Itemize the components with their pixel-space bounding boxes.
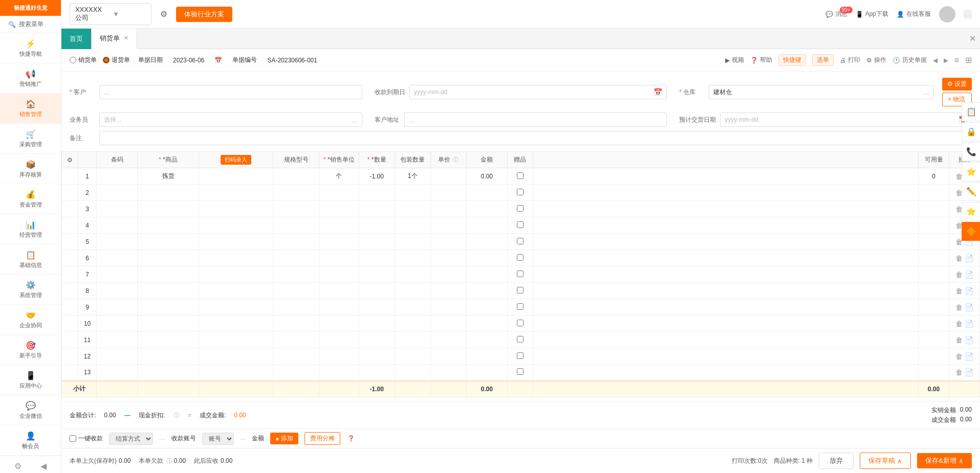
row-copy-icon-9[interactable]: 📄 [965, 320, 973, 328]
sidebar-item-inventory[interactable]: 📦库存核算 [0, 154, 61, 184]
row-pkgqty-1[interactable] [395, 185, 430, 201]
print-btn[interactable]: 🖨 打印 [840, 56, 860, 64]
row-price-11[interactable] [430, 348, 466, 365]
row-delete-icon-6[interactable]: 🗑 [955, 271, 963, 279]
row-spec-6[interactable] [273, 266, 319, 283]
radio-return-input[interactable] [103, 57, 110, 63]
warehouse-input[interactable]: 建材仓 ... [709, 85, 933, 99]
gift-checkbox-8[interactable] [517, 303, 524, 310]
sidebar-item-apps[interactable]: 📱应用中心 [0, 365, 61, 395]
user-avatar[interactable] [939, 6, 955, 22]
row-gift-9[interactable] [507, 316, 533, 332]
row-gift-8[interactable] [507, 299, 533, 316]
row-gift-3[interactable] [507, 217, 533, 234]
row-unit-3[interactable] [319, 217, 359, 234]
row-price-10[interactable] [430, 332, 466, 348]
row-qty-6[interactable] [359, 266, 395, 283]
row-unit-10[interactable] [319, 332, 359, 348]
discount-info-icon[interactable]: ⓘ [174, 412, 180, 419]
topbar-settings-icon[interactable]: ⚙ [156, 6, 172, 22]
tab-home[interactable]: 首页 [61, 29, 92, 49]
row-product-11[interactable] [138, 348, 199, 365]
expense-info-icon[interactable]: ❓ [347, 435, 355, 442]
row-barcode-2[interactable] [97, 201, 138, 217]
row-gift-7[interactable] [507, 283, 533, 299]
sidebar-item-sales[interactable]: 🏠销售管理 [0, 94, 61, 124]
customer-input[interactable]: ... [99, 85, 362, 99]
save-new-button[interactable]: 保存&新增 ∧ [917, 453, 972, 468]
gift-checkbox-11[interactable] [517, 352, 524, 359]
row-product-10[interactable] [138, 332, 199, 348]
row-qty-3[interactable] [359, 217, 395, 234]
row-pkgqty-7[interactable] [395, 283, 430, 299]
row-unit-12[interactable] [319, 365, 359, 381]
row-price-1[interactable] [430, 185, 466, 201]
row-delete-icon-10[interactable]: 🗑 [955, 336, 963, 344]
row-delete-icon-11[interactable]: 🗑 [955, 352, 963, 361]
row-pkgqty-9[interactable] [395, 316, 430, 332]
sidebar-item-capital[interactable]: 💰资金管理 [0, 184, 61, 214]
row-gift-5[interactable] [507, 250, 533, 266]
settings-button[interactable]: ⚙ 设置 [942, 78, 972, 91]
row-product-6[interactable] [138, 266, 199, 283]
app-download-button[interactable]: 📱 App下载 [856, 10, 888, 18]
row-unit-8[interactable] [319, 299, 359, 316]
row-barcode-4[interactable] [97, 234, 138, 250]
row-product-5[interactable] [138, 250, 199, 266]
scan-button[interactable]: 扫码录入 [221, 155, 251, 165]
row-gift-6[interactable] [507, 266, 533, 283]
row-copy-icon-10[interactable]: 📄 [965, 336, 973, 344]
row-product-1[interactable] [138, 185, 199, 201]
add-payment-button[interactable]: ● 添加 [270, 433, 298, 444]
sidebar-search[interactable]: 🔍 搜索菜单 [0, 16, 61, 33]
row-barcode-1[interactable] [97, 185, 138, 201]
row-pkgqty-12[interactable] [395, 365, 430, 381]
row-gift-4[interactable] [507, 234, 533, 250]
payment-account-select[interactable]: 账号 [202, 433, 234, 445]
rf-btn-1[interactable]: 📋 [962, 102, 980, 121]
row-unit-6[interactable] [319, 266, 359, 283]
tab-close-all-icon[interactable]: ✕ [969, 34, 980, 43]
gift-checkbox-4[interactable] [517, 238, 524, 244]
gift-checkbox-3[interactable] [517, 221, 524, 228]
rf-btn-4[interactable]: ⭐ [962, 162, 980, 181]
row-barcode-10[interactable] [97, 332, 138, 348]
th-scan[interactable]: 扫码录入 [199, 152, 273, 168]
row-gift-10[interactable] [507, 332, 533, 348]
rf-btn-7[interactable]: 🔶 [962, 222, 980, 241]
gift-checkbox-2[interactable] [517, 205, 524, 212]
row-unit-4[interactable] [319, 234, 359, 250]
customer-addr-input[interactable]: ... [404, 112, 667, 127]
row-copy-icon-6[interactable]: 📄 [965, 271, 973, 279]
row-delete-icon-9[interactable]: 🗑 [955, 320, 963, 328]
row-spec-2[interactable] [273, 201, 319, 217]
expected-delivery-input[interactable]: yyyy-mm-dd 📅 [720, 112, 972, 127]
row-product-12[interactable] [138, 365, 199, 381]
row-product-2[interactable] [138, 201, 199, 217]
row-unit-1[interactable] [319, 185, 359, 201]
row-gift-12[interactable] [507, 365, 533, 381]
row-qty-0[interactable]: -1.00 [359, 168, 395, 185]
sidebar-item-marketing[interactable]: 📢营销推广 [0, 63, 61, 94]
row-barcode-5[interactable] [97, 250, 138, 266]
row-barcode-6[interactable] [97, 266, 138, 283]
row-barcode-7[interactable] [97, 283, 138, 299]
row-gift-11[interactable] [507, 348, 533, 365]
operate-btn[interactable]: ⚙ 操作 [866, 56, 886, 64]
row-barcode-0[interactable] [97, 168, 138, 185]
row-unit-9[interactable] [319, 316, 359, 332]
row-unit-7[interactable] [319, 283, 359, 299]
row-barcode-11[interactable] [97, 348, 138, 365]
abandon-button[interactable]: 放弃 [819, 453, 854, 469]
rf-btn-5[interactable]: ✏️ [962, 182, 980, 201]
row-copy-icon-12[interactable]: 📄 [965, 368, 973, 376]
help-btn[interactable]: ❓ 帮助 [750, 56, 772, 64]
shortcut-btn[interactable]: 快捷键 [778, 54, 806, 66]
row-barcode-8[interactable] [97, 299, 138, 316]
sidebar-collapse-icon[interactable]: ◀ [40, 461, 47, 471]
gift-checkbox-1[interactable] [517, 189, 524, 195]
radio-return[interactable]: 退货单 [103, 56, 130, 64]
row-unit-11[interactable] [319, 348, 359, 365]
notes-input[interactable] [99, 131, 972, 145]
gift-checkbox-9[interactable] [517, 320, 524, 326]
